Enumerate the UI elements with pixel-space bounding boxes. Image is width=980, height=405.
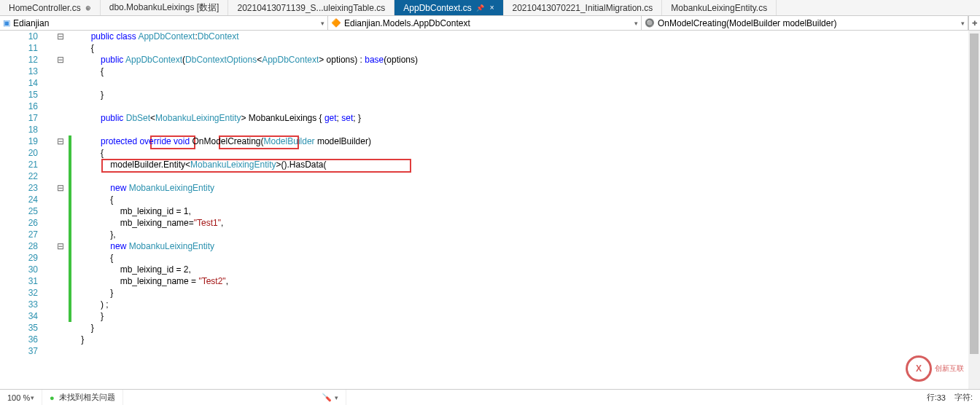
line-number: 27: [0, 229, 52, 240]
char-prefix: 字符:: [954, 392, 973, 403]
line-number: 24: [0, 194, 52, 205]
line-number: 16: [0, 101, 52, 112]
tab-label: 20210413071139_S...uleixingTable.cs: [237, 3, 385, 13]
fold-toggle: [52, 310, 69, 322]
fold-toggle: [52, 101, 69, 112]
code-line[interactable]: [71, 345, 980, 357]
code-line[interactable]: mb_leixing_id = 2,: [71, 264, 980, 275]
line-number-value: 33: [937, 393, 946, 402]
tab-label: dbo.MobankuLeixings [数据]: [109, 1, 219, 14]
line-number: 31: [0, 275, 52, 287]
project-icon: ▣: [3, 18, 10, 28]
split-icon: ✚: [972, 20, 978, 27]
tabs-bar: HomeController.cs ⊕ dbo.MobankuLeixings …: [0, 0, 980, 16]
fold-toggle: [52, 217, 69, 229]
code-line[interactable]: [71, 170, 980, 182]
tab-label: 20210413070221_InitialMigration.cs: [513, 3, 653, 13]
code-line[interactable]: {: [71, 252, 980, 264]
issues-status[interactable]: ● 未找到相关问题: [42, 390, 123, 405]
line-number: 14: [0, 77, 52, 89]
logo-icon: X: [906, 355, 932, 382]
nav-member-dropdown[interactable]: 🔘 OnModelCreating(ModelBuilder modelBuil…: [642, 16, 968, 30]
code-line[interactable]: mb_leixing_id = 1,: [71, 205, 980, 217]
code-line[interactable]: }: [71, 310, 980, 322]
check-icon: ●: [50, 393, 55, 402]
code-line[interactable]: ) ;💡: [71, 299, 980, 310]
tab-mobanku-entity[interactable]: MobankuLeixingEntity.cs: [662, 0, 777, 15]
fold-toggle[interactable]: ⊟: [52, 54, 69, 66]
code-line[interactable]: }: [71, 89, 980, 101]
code-line[interactable]: [71, 101, 980, 112]
chevron-down-icon: ▾: [961, 20, 965, 27]
line-number: 33: [0, 299, 52, 310]
code-line[interactable]: {: [71, 42, 980, 54]
code-line[interactable]: protected override void OnModelCreating(…: [71, 135, 980, 147]
line-number: 15: [0, 89, 52, 101]
fold-toggle[interactable]: ⊟: [52, 31, 69, 42]
code-line[interactable]: }: [71, 334, 980, 345]
fold-toggle[interactable]: ⊟: [52, 182, 69, 194]
code-line[interactable]: modelBuilder.Entity<MobankuLeixingEntity…: [71, 159, 980, 170]
close-icon[interactable]: ×: [490, 4, 494, 12]
line-number: 17: [0, 112, 52, 124]
fold-toggle: [52, 287, 69, 299]
fold-toggle: [52, 147, 69, 159]
issues-label: 未找到相关问题: [59, 392, 115, 403]
tab-label: MobankuLeixingEntity.cs: [671, 3, 767, 13]
zoom-value: 100 %: [7, 393, 30, 402]
nav-project-label: Edianjian: [13, 18, 49, 28]
code-line[interactable]: }: [71, 322, 980, 334]
code-area[interactable]: public class AppDbContext:DbContext { pu…: [71, 31, 980, 389]
tab-dbo-mobanku[interactable]: dbo.MobankuLeixings [数据]: [101, 0, 229, 15]
code-line[interactable]: }: [71, 287, 980, 299]
tab-home-controller[interactable]: HomeController.cs ⊕: [0, 0, 101, 15]
fold-toggle[interactable]: ⊟: [52, 240, 69, 252]
code-line[interactable]: {: [71, 147, 980, 159]
line-number: 20: [0, 147, 52, 159]
fold-toggle: [52, 77, 69, 89]
status-bar: 100 % ▾ ● 未找到相关问题 🪛 ▾ 行: 33 字符:: [0, 389, 980, 405]
code-line[interactable]: [71, 77, 980, 89]
nav-split-button[interactable]: ✚: [968, 16, 980, 30]
fold-toggle: [52, 229, 69, 240]
line-number: 30: [0, 264, 52, 275]
fold-toggle: [52, 112, 69, 124]
nav-class-label: Edianjian.Models.AppDbContext: [344, 18, 470, 28]
line-number: 37: [0, 345, 52, 357]
tab-label: AppDbContext.cs: [403, 3, 471, 13]
fold-toggle: [52, 42, 69, 54]
nav-project-dropdown[interactable]: ▣ Edianjian ▾: [0, 16, 328, 30]
fold-toggle: [52, 205, 69, 217]
line-number: 25: [0, 205, 52, 217]
code-line[interactable]: mb_leixing_name = "Test2",: [71, 275, 980, 287]
nav-class-dropdown[interactable]: 🔶 Edianjian.Models.AppDbContext ▾: [328, 16, 642, 30]
fold-toggle: [52, 252, 69, 264]
tab-migration-1[interactable]: 20210413071139_S...uleixingTable.cs: [228, 0, 394, 15]
code-line[interactable]: [71, 124, 980, 135]
tab-initial-migration[interactable]: 20210413070221_InitialMigration.cs: [504, 0, 663, 15]
scrollbar-thumb[interactable]: [970, 34, 979, 354]
code-line[interactable]: public DbSet<MobankuLeixingEntity> Moban…: [71, 112, 980, 124]
code-line[interactable]: public class AppDbContext:DbContext: [71, 31, 980, 42]
code-line[interactable]: {: [71, 194, 980, 205]
tab-label: HomeController.cs: [9, 3, 81, 13]
fold-toggle: [52, 299, 69, 310]
tab-appdbcontext[interactable]: AppDbContext.cs 📌 ×: [394, 0, 503, 15]
vertical-scrollbar[interactable]: [968, 31, 980, 389]
zoom-dropdown[interactable]: 100 % ▾: [0, 390, 42, 405]
code-line[interactable]: new MobankuLeixingEntity: [71, 182, 980, 194]
line-number: 10: [0, 31, 52, 42]
code-line[interactable]: },: [71, 229, 980, 240]
fold-toggle: [52, 264, 69, 275]
code-line[interactable]: public AppDbContext(DbContextOptions<App…: [71, 54, 980, 66]
fold-toggle: [52, 89, 69, 101]
logo-text: 创新互联: [935, 365, 964, 372]
code-line[interactable]: new MobankuLeixingEntity: [71, 240, 980, 252]
cursor-position: 行: 33 字符:: [919, 390, 980, 405]
fold-toggle: [52, 66, 69, 77]
fold-toggle[interactable]: ⊟: [52, 135, 69, 147]
code-line[interactable]: mb_leixing_name="Test1",: [71, 217, 980, 229]
code-line[interactable]: {: [71, 66, 980, 77]
nav-bar: ▣ Edianjian ▾ 🔶 Edianjian.Models.AppDbCo…: [0, 16, 980, 31]
screwdriver-button[interactable]: 🪛 ▾: [314, 390, 346, 405]
